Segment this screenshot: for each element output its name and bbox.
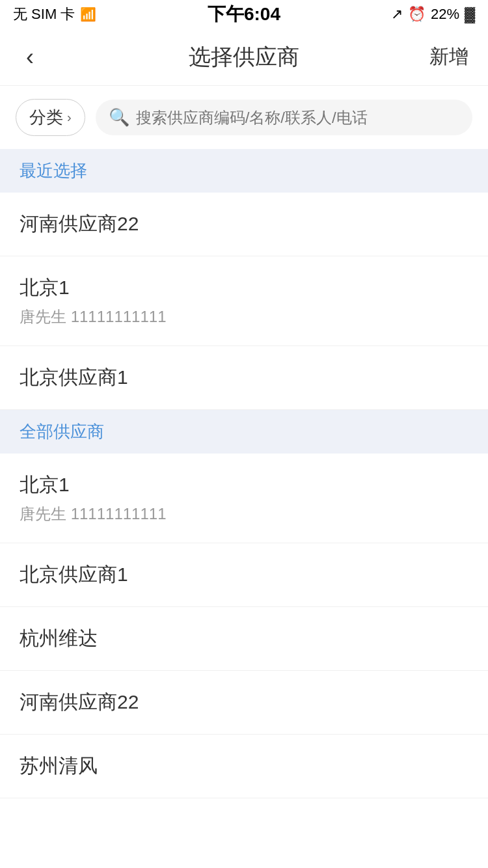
recent-section-label: 最近选择 xyxy=(20,161,87,180)
category-label: 分类 xyxy=(29,106,63,129)
page-title: 选择供应商 xyxy=(189,42,299,72)
location-icon: ↗ xyxy=(391,6,403,23)
add-button[interactable]: 新增 xyxy=(429,44,468,70)
list-item[interactable]: 河南供应商22 xyxy=(0,193,488,256)
category-button[interactable]: 分类 › xyxy=(16,99,85,136)
list-item[interactable]: 杭州维达 xyxy=(0,607,488,671)
list-item[interactable]: 河南供应商22 xyxy=(0,671,488,735)
item-name: 北京供应商1 xyxy=(20,562,468,588)
list-item[interactable]: 北京1唐先生 11111111111 xyxy=(0,454,488,543)
wifi-icon: 📶 xyxy=(80,7,96,22)
all-section-label: 全部供应商 xyxy=(20,422,104,441)
list-item[interactable]: 北京供应商1 xyxy=(0,346,488,410)
item-name: 河南供应商22 xyxy=(20,689,468,716)
battery-level: 22% xyxy=(431,6,459,23)
all-section-header: 全部供应商 xyxy=(0,410,488,454)
nav-bar: ‹ 选择供应商 新增 xyxy=(0,29,488,86)
status-bar: 无 SIM 卡 📶 下午6:04 ↗ ⏰ 22% ▓ xyxy=(0,0,488,29)
search-input-wrap: 🔍 xyxy=(96,100,472,135)
alarm-icon: ⏰ xyxy=(408,6,426,23)
all-list: 北京1唐先生 11111111111北京供应商1杭州维达河南供应商22苏州清风 xyxy=(0,454,488,798)
item-name: 苏州清风 xyxy=(20,753,468,780)
item-sub: 唐先生 11111111111 xyxy=(20,306,468,327)
list-item[interactable]: 苏州清风 xyxy=(0,735,488,798)
sim-status: 无 SIM 卡 xyxy=(13,5,75,24)
item-name: 北京供应商1 xyxy=(20,364,468,391)
list-item[interactable]: 北京1唐先生 11111111111 xyxy=(0,256,488,346)
category-arrow-icon: › xyxy=(67,110,72,125)
battery-icon: ▓ xyxy=(465,6,475,23)
item-name: 北京1 xyxy=(20,472,468,498)
search-icon: 🔍 xyxy=(109,107,129,128)
status-right: ↗ ⏰ 22% ▓ xyxy=(391,6,475,23)
list-item[interactable]: 北京供应商1 xyxy=(0,543,488,607)
recent-section-header: 最近选择 xyxy=(0,149,488,193)
back-button[interactable]: ‹ xyxy=(20,37,40,77)
status-left: 无 SIM 卡 📶 xyxy=(13,5,96,24)
search-input[interactable] xyxy=(136,109,459,127)
recent-list: 河南供应商22北京1唐先生 11111111111北京供应商1 xyxy=(0,193,488,410)
item-name: 河南供应商22 xyxy=(20,211,468,237)
item-name: 北京1 xyxy=(20,275,468,301)
status-time: 下午6:04 xyxy=(208,2,280,27)
item-sub: 唐先生 11111111111 xyxy=(20,504,468,524)
item-name: 杭州维达 xyxy=(20,625,468,652)
search-bar: 分类 › 🔍 xyxy=(0,86,488,149)
